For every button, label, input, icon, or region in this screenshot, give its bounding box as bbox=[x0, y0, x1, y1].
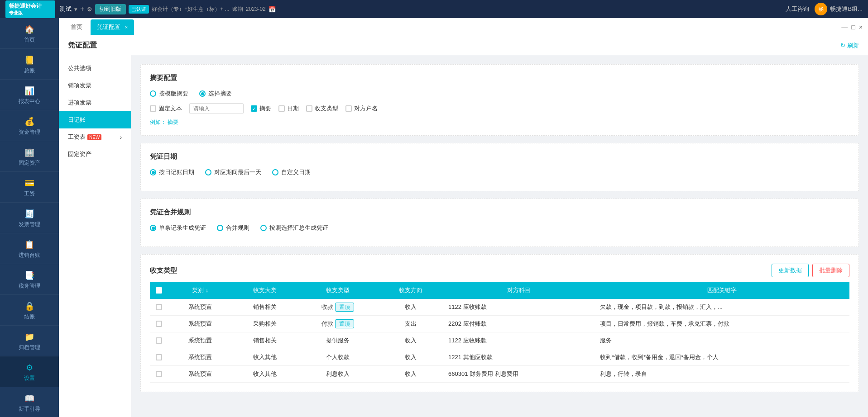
radio-template-summary[interactable]: 按模版摘要 bbox=[150, 90, 188, 98]
user-info: 畅 畅捷通B组... bbox=[815, 3, 863, 15]
tab-voucher[interactable]: 凭证配置 × bbox=[91, 19, 134, 35]
sidebar-item-close[interactable]: 🔒 结账 bbox=[0, 295, 59, 326]
update-data-button[interactable]: 更新数据 bbox=[772, 264, 809, 277]
calendar-icon[interactable]: 📅 bbox=[269, 6, 276, 13]
sidebar-item-payroll[interactable]: 💳 工资 bbox=[0, 172, 59, 203]
sidebar-item-label: 总账 bbox=[24, 67, 35, 75]
cell-direction: 收入 bbox=[379, 349, 443, 366]
radio-circle-checked bbox=[199, 90, 206, 97]
sidebar-item-assets[interactable]: 🏢 固定资产 bbox=[0, 141, 59, 172]
radio-circle bbox=[150, 90, 156, 97]
type-tag[interactable]: 置顶 bbox=[335, 303, 354, 312]
sidebar-item-settings[interactable]: ⚙ 设置 bbox=[0, 356, 59, 387]
sidebar-item-label: 发票管理 bbox=[19, 221, 40, 228]
tab-close-icon[interactable]: × bbox=[125, 24, 128, 30]
payroll-icon: 💳 bbox=[24, 178, 34, 188]
cell-checkbox bbox=[150, 366, 168, 383]
archive-icon: 📁 bbox=[24, 332, 34, 342]
tab-close-button[interactable]: × bbox=[859, 24, 863, 31]
cell-category: 系统预置 bbox=[168, 366, 233, 383]
radio-journal-date-circle bbox=[150, 169, 156, 175]
tab-maximize-button[interactable]: □ bbox=[851, 24, 855, 31]
row-checkbox[interactable] bbox=[156, 304, 162, 310]
sidebar-item-archive[interactable]: 📁 归档管理 bbox=[0, 326, 59, 356]
sidebar-item-label: 新手引导 bbox=[19, 405, 40, 413]
sidebar-item-guide[interactable]: 📖 新手引导 bbox=[0, 387, 59, 417]
sidebar-item-invoice[interactable]: 🧾 发票管理 bbox=[0, 203, 59, 233]
add-icon[interactable]: + bbox=[80, 5, 84, 13]
app-logo: 畅捷通好会计 专业版 bbox=[5, 0, 55, 18]
cell-account: 1221 其他应收款 bbox=[443, 349, 595, 366]
checkbox-counterpart[interactable]: 对方户名 bbox=[345, 104, 378, 113]
checkbox-fixed-text[interactable]: 固定文本 bbox=[150, 104, 182, 113]
radio-single-record[interactable]: 单条记录生成凭证 bbox=[150, 224, 206, 232]
consult-button[interactable]: 人工咨询 bbox=[786, 5, 809, 13]
page-container: 凭证配置 ↻ 刷新 公共选项 销项发票 进项发票 bbox=[59, 36, 868, 417]
radio-summary-gen[interactable]: 按照选择汇总生成凭证 bbox=[260, 224, 328, 232]
sales-icon: 📋 bbox=[24, 240, 34, 250]
th-direction: 收支方向 bbox=[379, 282, 443, 299]
row-checkbox[interactable] bbox=[156, 321, 162, 327]
left-nav-item-purchase-invoice[interactable]: 进项发票 bbox=[59, 94, 131, 111]
merge-rule-title: 凭证合并规则 bbox=[150, 208, 849, 217]
radio-journal-date[interactable]: 按日记账日期 bbox=[150, 168, 194, 176]
left-nav-item-payroll-table[interactable]: 工资表 NEW › bbox=[59, 128, 131, 146]
checkbox-date[interactable]: 日期 bbox=[278, 104, 299, 113]
logo-sub: 专业版 bbox=[9, 10, 52, 16]
cell-major: 收入其他 bbox=[233, 349, 297, 366]
sidebar-item-ledger[interactable]: 📒 总账 bbox=[0, 49, 59, 80]
type-tag[interactable]: 置顶 bbox=[335, 319, 354, 328]
th-type: 收支类型 bbox=[297, 282, 378, 299]
summary-section-title: 摘要配置 bbox=[150, 74, 849, 82]
user-name[interactable]: 畅捷通B组... bbox=[830, 5, 863, 13]
sidebar-item-home[interactable]: 🏠 首页 bbox=[0, 18, 59, 49]
income-expense-title: 收支类型 bbox=[150, 266, 177, 275]
merge-rule-section: 凭证合并规则 单条记录生成凭证 合并规则 bbox=[140, 199, 859, 247]
th-checkbox bbox=[150, 282, 168, 299]
switch-version-button[interactable]: 切到旧版 bbox=[95, 4, 126, 14]
assets-icon: 🏢 bbox=[24, 147, 34, 157]
settings-icon: ⚙ bbox=[26, 363, 33, 373]
example-value: 摘要 bbox=[168, 119, 178, 125]
radio-period-last[interactable]: 对应期间最后一天 bbox=[205, 168, 261, 176]
sidebar-item-label: 报表中心 bbox=[19, 98, 40, 105]
gear-icon[interactable]: ⚙ bbox=[87, 6, 92, 13]
left-nav-item-fixed-assets[interactable]: 固定资产 bbox=[59, 146, 131, 163]
row-checkbox[interactable] bbox=[156, 337, 162, 344]
refresh-icon: ↻ bbox=[840, 42, 845, 49]
refresh-button[interactable]: ↻ 刷新 bbox=[840, 42, 859, 50]
batch-delete-button[interactable]: 批量删除 bbox=[812, 264, 849, 277]
main-content: 摘要配置 按模版摘要 选择摘要 bbox=[131, 55, 868, 417]
radio-custom-date[interactable]: 自定义日期 bbox=[272, 168, 311, 176]
radio-single-circle bbox=[150, 225, 156, 231]
table-row: 系统预置 销售相关 收款 置顶 收入 1122 应收账款 欠款，现金，项目款，到… bbox=[150, 299, 849, 316]
row-checkbox[interactable] bbox=[156, 354, 162, 360]
checkbox-row: 固定文本 ✓ 摘要 日期 bbox=[150, 103, 849, 114]
tab-minimize-button[interactable]: — bbox=[841, 24, 848, 31]
checkbox-pay-type[interactable]: 收支类型 bbox=[306, 104, 338, 113]
cell-account: 660301 财务费用 利息费用 bbox=[443, 366, 595, 383]
row-checkbox[interactable] bbox=[156, 371, 162, 377]
sidebar-item-tax[interactable]: 📑 税务管理 bbox=[0, 264, 59, 295]
left-nav-item-sales-invoice[interactable]: 销项发票 bbox=[59, 77, 131, 94]
left-nav-item-journal[interactable]: 日记账 bbox=[59, 111, 131, 128]
funds-icon: 💰 bbox=[24, 117, 34, 127]
sidebar-item-label: 结账 bbox=[24, 313, 35, 321]
cell-type: 收款 置顶 bbox=[297, 299, 378, 316]
main-layout: 🏠 首页 📒 总账 📊 报表中心 💰 资金管理 🏢 固定资产 💳 工资 🧾 发票… bbox=[0, 18, 868, 417]
fixed-text-input[interactable] bbox=[189, 103, 244, 114]
sidebar-item-sales[interactable]: 📋 进销台账 bbox=[0, 233, 59, 264]
cell-checkbox bbox=[150, 332, 168, 349]
tab-home[interactable]: 首页 bbox=[64, 19, 89, 35]
radio-select-summary[interactable]: 选择摘要 bbox=[199, 90, 232, 98]
chevron-down-icon[interactable]: ▾ bbox=[74, 6, 77, 13]
select-all-checkbox[interactable] bbox=[156, 287, 162, 294]
cell-type: 利息收入 bbox=[297, 366, 378, 383]
top-bar-middle: 测试 ▾ + ⚙ 切到旧版 已认证 好会计（专）+好生意（标）+ ... 账期 … bbox=[60, 4, 781, 14]
radio-merge-rule[interactable]: 合并规则 bbox=[217, 224, 249, 232]
sidebar-item-funds[interactable]: 💰 资金管理 bbox=[0, 110, 59, 141]
left-nav-item-public[interactable]: 公共选项 bbox=[59, 60, 131, 77]
sidebar-item-reports[interactable]: 📊 报表中心 bbox=[0, 80, 59, 110]
checkbox-summary[interactable]: ✓ 摘要 bbox=[251, 104, 271, 113]
cell-category: 系统预置 bbox=[168, 349, 233, 366]
